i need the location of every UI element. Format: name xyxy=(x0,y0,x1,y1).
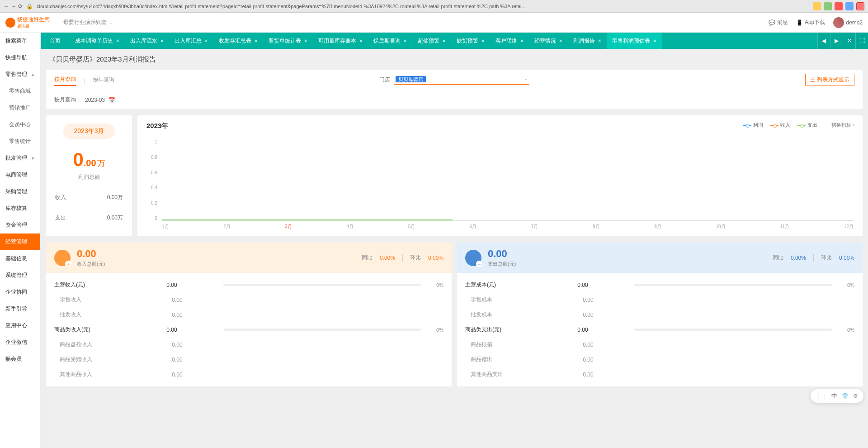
yoy-value: 0.00% xyxy=(380,255,395,261)
tab-active[interactable]: 零售利润预估表 ✕ xyxy=(607,33,662,49)
close-icon[interactable]: ✕ xyxy=(160,38,164,43)
close-icon[interactable]: ✕ xyxy=(653,38,656,43)
sidebar-item[interactable]: 零售商城 xyxy=(0,83,40,100)
tab[interactable]: 缺货预警✕ xyxy=(451,33,490,49)
filter-by-year[interactable]: 按年查询 xyxy=(93,76,114,86)
gear-icon[interactable]: ⚙ xyxy=(853,393,858,399)
close-icon[interactable]: ✕ xyxy=(559,38,562,43)
tab[interactable]: 出入库汇总✕ xyxy=(169,33,213,49)
close-icon[interactable]: ✕ xyxy=(598,38,601,43)
legend-label: 利润 xyxy=(753,122,763,129)
tab[interactable]: 成本调整单历史✕ xyxy=(70,33,125,49)
sidebar-item[interactable]: 采购管理 xyxy=(0,183,40,200)
sidebar-item[interactable]: 系统管理 xyxy=(0,267,40,284)
tab[interactable]: 可用量库存账本✕ xyxy=(313,33,368,49)
tab[interactable]: 出入库流水✕ xyxy=(125,33,169,49)
filter-by-month[interactable]: 按月查询 xyxy=(54,76,76,86)
x-tick: 2月 xyxy=(223,224,231,230)
date-value[interactable]: 2023-03 xyxy=(85,97,105,103)
logo[interactable]: 畅捷通好生意 标准版 xyxy=(5,16,50,29)
close-icon[interactable]: ✕ xyxy=(403,38,407,43)
sidebar-item[interactable]: 零售统计 xyxy=(0,133,40,150)
tabs-scroll-left[interactable]: ◀ xyxy=(817,33,830,49)
sidebar-item[interactable]: 库存核算 xyxy=(0,200,40,217)
sidebar-item[interactable]: 资金管理 xyxy=(0,217,40,234)
close-icon[interactable]: ✕ xyxy=(442,38,446,43)
forward-icon[interactable]: → xyxy=(11,3,16,10)
user-menu[interactable]: demo2 xyxy=(833,17,863,28)
tab[interactable]: 保质期查询✕ xyxy=(368,33,412,49)
tab[interactable]: 经营情况✕ xyxy=(529,33,568,49)
profit-int: 0 xyxy=(73,149,83,170)
tab[interactable]: 利润报告✕ xyxy=(568,33,607,49)
ext-icon[interactable] xyxy=(813,2,821,10)
tab[interactable]: 客户联络✕ xyxy=(490,33,529,49)
legend-expense[interactable]: 支出 xyxy=(797,122,817,129)
sidebar-item-label: 畅会员 xyxy=(5,355,22,363)
tab[interactable]: 要货单统计表✕ xyxy=(263,33,313,49)
close-icon[interactable]: ✕ xyxy=(520,38,524,43)
y-tick: 0.8 xyxy=(146,155,157,160)
sidebar-item-label: 库存核算 xyxy=(5,205,27,212)
sidebar-item[interactable]: 企业协同 xyxy=(0,284,40,300)
tab-label: 可用量库存账本 xyxy=(318,37,356,45)
reload-icon[interactable]: ⟳ xyxy=(18,3,23,10)
breakdown-row: 商品受赠收入0.00 xyxy=(54,352,443,367)
x-tick: 7月 xyxy=(531,224,538,230)
sidebar-item[interactable]: 会员中心 xyxy=(0,116,40,133)
url-bar[interactable]: cloud.chanjet.com/hsy/u4oof74daqxh/i0fe3… xyxy=(37,4,809,9)
legend-income[interactable]: 收入 xyxy=(770,122,790,129)
messages-link[interactable]: 💬 消息 xyxy=(769,19,788,26)
back-icon[interactable]: ← xyxy=(4,3,9,10)
ext-icon[interactable] xyxy=(845,2,854,10)
tab[interactable]: 超储预警✕ xyxy=(412,33,451,49)
summary-panel: 2023年3月 0.00万 利润总额 收入 0.00万 支出 0.00万 xyxy=(46,115,132,236)
sidebar-item[interactable]: 零售管理▲ xyxy=(0,66,40,83)
tabs-fullscreen[interactable]: ⛶ xyxy=(855,33,868,49)
close-icon[interactable]: ✕ xyxy=(304,38,307,43)
sidebar-item[interactable]: 搜索菜单 xyxy=(0,33,40,49)
ext-update-icon[interactable] xyxy=(856,2,864,10)
sidebar-item[interactable]: 应用中心 xyxy=(0,317,40,334)
tabs-scroll-right[interactable]: ▶ xyxy=(830,33,843,49)
close-icon[interactable]: ✕ xyxy=(254,38,258,43)
close-icon[interactable]: ✕ xyxy=(359,38,363,43)
legend-profit[interactable]: 利润 xyxy=(743,122,763,129)
sidebar-item[interactable]: 企业微信 xyxy=(0,334,40,351)
ext-icon[interactable] xyxy=(824,2,832,10)
close-icon[interactable]: ✕ xyxy=(204,38,208,43)
calendar-icon[interactable]: 📅 xyxy=(108,97,115,103)
close-icon[interactable]: ✕ xyxy=(116,38,119,43)
account-selector[interactable]: 母婴行业演示账套 ⌵ xyxy=(63,19,112,26)
sidebar-item[interactable]: 营销推广 xyxy=(0,100,40,116)
switch-indicator[interactable]: 切换指标 › xyxy=(831,122,854,129)
x-tick: 4月 xyxy=(346,224,354,230)
switch-label: 切换指标 xyxy=(831,122,851,128)
yoy-value: 0.00% xyxy=(791,255,806,261)
tabs-close-all[interactable]: ✕ xyxy=(843,33,855,49)
sidebar-item[interactable]: 基础信息 xyxy=(0,250,40,267)
app-download-link[interactable]: 📱 App下载 xyxy=(796,19,825,26)
sidebar-item[interactable]: 电商管理 xyxy=(0,167,40,183)
row-pct: 0% xyxy=(427,282,443,288)
sidebar-item[interactable]: 经营管理 xyxy=(0,234,40,250)
tab[interactable]: 收发存汇总表✕ xyxy=(213,33,263,49)
store-value: 贝贝母婴店 xyxy=(396,76,426,82)
sidebar-item[interactable]: 新手引导 xyxy=(0,300,40,317)
ime-helper[interactable]: ⋮⋮ 中 👕 ⚙ xyxy=(811,389,863,403)
list-view-button[interactable]: ☰ 列表方式显示 xyxy=(805,74,854,86)
sidebar-item-label: 电商管理 xyxy=(5,171,27,179)
close-icon[interactable]: ✕ xyxy=(481,38,485,43)
tab-home[interactable]: 首页 xyxy=(41,33,70,49)
shirt-icon[interactable]: 👕 xyxy=(842,393,849,399)
expense-sub: 支出总额(元) xyxy=(488,261,516,267)
sidebar-item[interactable]: 快捷导航 xyxy=(0,49,40,66)
sidebar-item[interactable]: 畅会员 xyxy=(0,351,40,367)
sidebar-item-label: 企业协同 xyxy=(5,288,27,296)
y-tick: 0 xyxy=(146,216,157,221)
sidebar-item[interactable]: 批发管理▼ xyxy=(0,150,40,167)
ext-icon[interactable] xyxy=(835,2,843,10)
store-selector[interactable]: 门店 贝贝母婴店 ⌵ xyxy=(379,75,529,85)
breakdown-row: 商品盘盈收入0.00 xyxy=(54,337,443,352)
row-bar xyxy=(223,284,421,286)
